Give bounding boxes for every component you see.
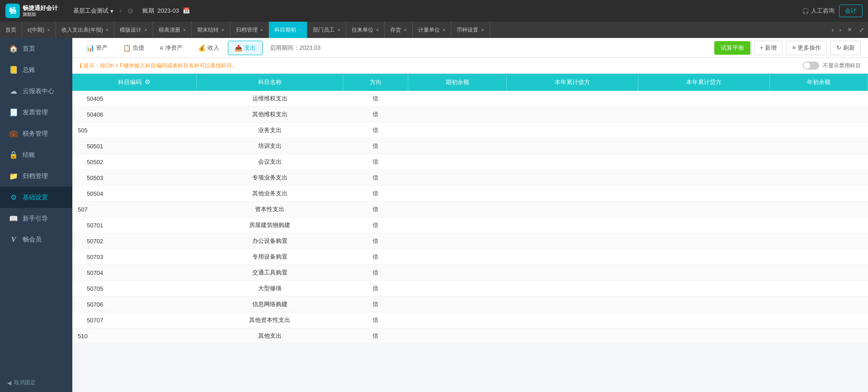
cell-credit-ytd (638, 154, 769, 170)
toggle-area: 不显示禁用科目 (803, 61, 861, 70)
refresh-button[interactable]: ↻ 刷新 (830, 41, 861, 55)
table-row[interactable]: 50704 交通工具购置 借 (72, 265, 868, 281)
hint-bar: ℹ 提示：按Ctrl + F键并输入科目编码或者科目名称可以查找科目。 不显示禁… (72, 58, 868, 74)
member-icon: V (9, 236, 18, 244)
table-row[interactable]: 50502 会议支出 借 (72, 154, 868, 170)
sidebar-item-home[interactable]: 🏠 首页 (0, 38, 72, 59)
sidebar-item-settings[interactable]: ⚙ 基础设置 (0, 187, 72, 208)
cell-opening (408, 233, 506, 249)
cell-name: 其他支出 (196, 328, 343, 344)
tab-home[interactable]: 首页 (0, 22, 22, 38)
support-button[interactable]: 🎧 人工咨询 (802, 7, 835, 15)
table-row[interactable]: 50701 房屋建筑物购建 借 (72, 217, 868, 233)
sidebar-item-invoice[interactable]: 🧾 发票管理 (0, 102, 72, 123)
sidebar-collapse-button[interactable]: ◀ 取消固定 (0, 373, 72, 392)
sub-tab-expense[interactable]: 📤 支出 (228, 41, 263, 55)
cell-direction: 借 (343, 312, 408, 328)
sidebar-item-tax[interactable]: 💼 税务管理 (0, 123, 72, 144)
disable-toggle[interactable] (803, 61, 819, 70)
table-row[interactable]: 50503 专项业务支出 借 (72, 170, 868, 186)
table-row[interactable]: 50504 其他业务支出 借 (72, 186, 868, 202)
sidebar-item-cloud-reports[interactable]: ☁ 云报表中心 (0, 80, 72, 102)
tab-close-all-button[interactable]: × (844, 26, 855, 34)
table-row[interactable]: 50706 信息网络购建 借 (72, 297, 868, 312)
tab-next-button[interactable]: › (836, 26, 844, 33)
cell-name: 交通工具购置 (196, 265, 343, 281)
cell-code: 50406 (72, 107, 196, 123)
sidebar-item-guide[interactable]: 📖 新手引导 (0, 208, 72, 229)
sub-tab-income[interactable]: 💰 收入 (191, 41, 226, 55)
main-layout: 🏠 首页 📒 总账 ☁ 云报表中心 🧾 发票管理 💼 税务管理 🔒 结账 📁 归… (0, 38, 868, 392)
tab-period-carry[interactable]: 期末结转 × (192, 22, 230, 38)
sidebar-item-archive[interactable]: 📁 归档管理 (0, 165, 72, 187)
app-sub: 旗舰版 (23, 12, 58, 17)
sub-tab-liabilities[interactable]: 📋 负债 (116, 41, 151, 55)
cell-year-opening (769, 154, 868, 170)
column-settings-icon[interactable]: ⚙ (145, 78, 151, 85)
cell-year-opening (769, 123, 868, 138)
sidebar-item-close-period[interactable]: 🔒 结账 (0, 144, 72, 165)
tab-expand-button[interactable]: ⤢ (855, 26, 868, 33)
cell-year-opening (769, 170, 868, 186)
project-name[interactable]: 基层工会测试 ▾ + ⚙ (73, 7, 133, 15)
table-row[interactable]: 50705 大型修缮 借 (72, 281, 868, 297)
cell-direction: 借 (343, 281, 408, 297)
cell-year-opening (769, 233, 868, 249)
table-row[interactable]: 50702 办公设备购置 借 (72, 233, 868, 249)
tab-annual-report[interactable]: 收入支出表(年报) × (56, 22, 114, 38)
table-row[interactable]: 505 业务支出 借 (72, 123, 868, 138)
home-icon: 🏠 (9, 44, 18, 53)
tab-dept-staff[interactable]: 部门员工 × (307, 22, 346, 38)
more-button[interactable]: ≡ 更多操作 (786, 41, 827, 55)
balance-button[interactable]: 试算平衡 (714, 41, 750, 55)
table-row[interactable]: 50501 培训支出 借 (72, 138, 868, 154)
cell-name: 房屋建筑物购建 (196, 217, 343, 233)
cell-debit-ytd (506, 328, 638, 344)
tab-currency[interactable]: 币种设置 × (451, 22, 490, 38)
cell-opening (408, 202, 506, 217)
add-button[interactable]: + 新增 (754, 41, 783, 55)
info-icon: ℹ (80, 62, 82, 69)
cell-name: 专用设备购置 (196, 249, 343, 265)
cell-name: 办公设备购置 (196, 233, 343, 249)
table-row[interactable]: 510 其他支出 借 (72, 328, 868, 344)
cell-credit-ytd (638, 265, 769, 281)
table-row[interactable]: 50405 运维维权支出 借 (72, 91, 868, 107)
tab-tax-schedule[interactable]: 税表清册 × (153, 22, 192, 38)
cell-opening (408, 91, 506, 107)
table-row[interactable]: 507 资本性支出 借 (72, 202, 868, 217)
sub-tab-net-assets[interactable]: ≡ 净资产 (153, 41, 189, 55)
tab-unit[interactable]: 计量单位 × (413, 22, 451, 38)
table-row[interactable]: 50707 其他资本性支出 借 (72, 312, 868, 328)
cell-direction: 借 (343, 170, 408, 186)
cell-code: 50702 (72, 233, 196, 249)
cell-code: 50706 (72, 297, 196, 312)
tab-template-design[interactable]: 模版设计 × (114, 22, 153, 38)
cell-opening (408, 265, 506, 281)
table-row[interactable]: 50703 专用设备购置 借 (72, 249, 868, 265)
tab-prev-button[interactable]: ‹ (829, 26, 836, 33)
cell-code: 50704 (72, 265, 196, 281)
sidebar-item-ledger[interactable]: 📒 总账 (0, 59, 72, 80)
cell-direction: 借 (343, 154, 408, 170)
col-header-direction: 方向 (343, 74, 408, 91)
table-row[interactable]: 50406 其他维权支出 借 (72, 107, 868, 123)
cell-code: 50705 (72, 281, 196, 297)
cell-debit-ytd (506, 107, 638, 123)
lock-icon: 🔒 (9, 151, 18, 159)
sub-tab-assets[interactable]: 📊 资产 (80, 41, 114, 55)
tab-inventory[interactable]: 存货 × (385, 22, 412, 38)
tab-customers[interactable]: 往来单位 × (346, 22, 385, 38)
sidebar-item-member[interactable]: V 畅会员 (0, 229, 72, 250)
cell-year-opening (769, 138, 868, 154)
cell-opening (408, 138, 506, 154)
cell-debit-ytd (506, 91, 638, 107)
tab-interim[interactable]: ε(中期) × (22, 22, 56, 38)
account-button[interactable]: 会计 (839, 5, 863, 17)
tab-archive-mgmt[interactable]: 归档管理 × (231, 22, 269, 38)
cell-credit-ytd (638, 123, 769, 138)
tab-subject-initial[interactable]: 科目期初 × (269, 22, 307, 38)
cell-debit-ytd (506, 265, 638, 281)
cell-direction: 借 (343, 217, 408, 233)
cell-code: 50701 (72, 217, 196, 233)
